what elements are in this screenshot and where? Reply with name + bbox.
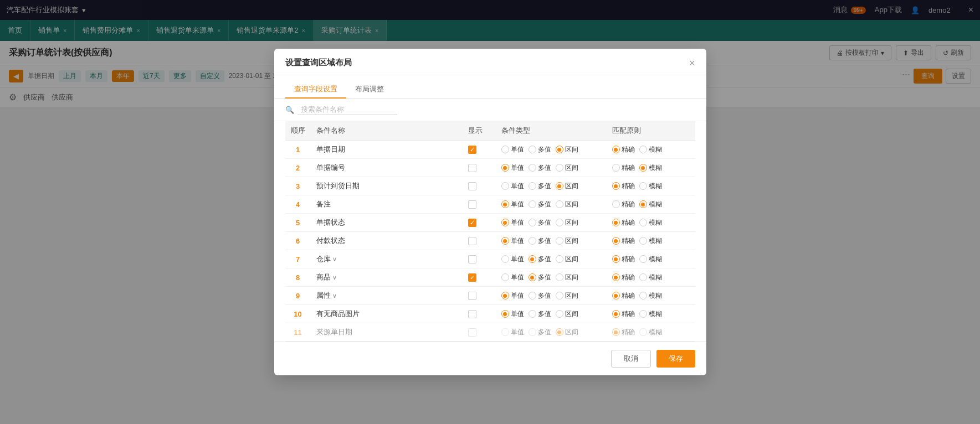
search-input[interactable] [297,104,397,107]
dialog-header: 设置查询区域布局 × [274,49,706,75]
dialog-close-btn[interactable]: × [689,58,695,68]
dialog-tab-layout[interactable]: 布局调整 [346,81,393,99]
dialog-tab-layout-label: 布局调整 [355,85,384,93]
dialog-tab-query-fields[interactable]: 查询字段设置 [285,81,346,99]
dialog-search-area: 🔍 [274,99,706,107]
dialog-tab-query-label: 查询字段设置 [294,85,337,93]
dialog: 设置查询区域布局 × 查询字段设置 布局调整 🔍 顺序 条件名称 [274,49,706,107]
modal-overlay: 设置查询区域布局 × 查询字段设置 布局调整 🔍 顺序 条件名称 [0,0,980,107]
dialog-tabs: 查询字段设置 布局调整 [274,75,706,99]
dialog-title: 设置查询区域布局 [285,58,352,68]
search-icon: 🔍 [285,106,294,108]
